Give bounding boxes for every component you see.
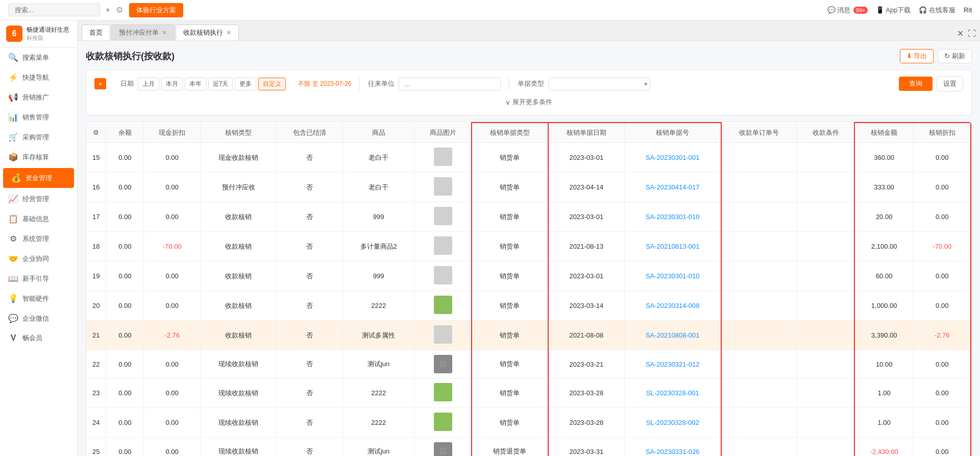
date-btn-this-year[interactable]: 本年: [185, 78, 206, 90]
date-btn-custom[interactable]: 自定义: [258, 78, 286, 90]
row-goods-img: [414, 173, 472, 202]
date-btn-last-month[interactable]: 上月: [138, 78, 159, 90]
row-verify-no[interactable]: SA-20230414-017: [624, 173, 721, 202]
verify-no-link[interactable]: SL-20230328-002: [646, 419, 699, 426]
sidebar-item-finance[interactable]: 💰 资金管理: [3, 168, 74, 188]
party-label: 往来单位: [368, 79, 395, 88]
sidebar-item-label: 销售管理: [22, 113, 49, 122]
tab-prepay-close[interactable]: ✕: [162, 29, 167, 36]
sidebar-item-enterprise[interactable]: 🤝 企业协同: [0, 249, 77, 269]
close-window-button[interactable]: ✕: [957, 29, 964, 38]
row-verify-no[interactable]: SA-20210813-001: [624, 232, 721, 261]
sidebar-item-purchase[interactable]: 🛒 采购管理: [0, 127, 77, 147]
app-download[interactable]: 📱 App下载: [876, 6, 911, 15]
sidebar-item-label: 库存核算: [22, 153, 49, 162]
verify-no-link[interactable]: SA-20230414-017: [646, 183, 700, 191]
row-verify-no[interactable]: SL-20230328-002: [624, 408, 721, 438]
sidebar-item-sales[interactable]: 📊 销售管理: [0, 107, 77, 127]
user-name[interactable]: Rit: [964, 6, 972, 14]
row-balance: 0.00: [106, 261, 144, 291]
product-thumbnail: [434, 296, 452, 314]
voucher-type-filter: 单据类型 ▾: [518, 78, 648, 90]
wechat-icon: 💬: [8, 314, 18, 323]
sidebar-item-basic[interactable]: 📋 基础信息: [0, 209, 77, 229]
verify-no-link[interactable]: SA-20230301-010: [646, 213, 700, 221]
search-input[interactable]: [8, 4, 100, 16]
row-verify-amount: 360.00: [854, 143, 914, 173]
sidebar-item-marketing[interactable]: 📢 营销推广: [0, 87, 77, 107]
sidebar-item-operation[interactable]: 📈 经营管理: [0, 189, 77, 209]
row-verify-no[interactable]: SA-20230301-010: [624, 202, 721, 232]
row-goods: 多计量商品2: [342, 232, 414, 261]
sidebar-item-hardware[interactable]: 💡 智能硬件: [0, 289, 77, 308]
expand-icon: ∨: [505, 99, 510, 106]
tab-prepay[interactable]: 预付冲应付单 ✕: [111, 25, 175, 40]
sidebar-item-guide[interactable]: 📖 新手引导: [0, 269, 77, 289]
tab-home[interactable]: 首页: [82, 25, 110, 40]
sidebar-item-label: 系统管理: [22, 234, 49, 244]
row-goods-img: [414, 143, 472, 173]
message-area[interactable]: 💬 消息 99+: [827, 6, 868, 15]
row-include-settled: 否: [277, 232, 343, 261]
row-verify-type: 现续收款核销: [201, 350, 277, 378]
sidebar-item-vip[interactable]: V 畅会员: [0, 328, 77, 348]
th-settings[interactable]: ⚙: [86, 123, 106, 143]
sidebar-item-quick[interactable]: ⚡ 快捷导航: [0, 67, 77, 87]
expand-button[interactable]: ∨ 展开更多条件: [505, 95, 552, 109]
verify-no-link[interactable]: SA-20210813-001: [646, 243, 700, 250]
row-id: 17: [86, 202, 106, 232]
party-input[interactable]: [399, 78, 501, 90]
row-verify-date: 2023-04-14: [548, 173, 624, 202]
row-verify-no[interactable]: SA-20230331-026: [624, 438, 721, 457]
export-button[interactable]: ⬇ 导出: [900, 49, 934, 63]
online-service[interactable]: 🎧 在线客服: [919, 6, 955, 15]
trial-button[interactable]: 体验行业方案: [129, 3, 183, 17]
settings-button[interactable]: 设置: [937, 76, 963, 91]
row-verify-amount: 3,390.00: [854, 321, 914, 350]
product-thumbnail: 🖼: [434, 442, 452, 456]
tab-verify-close[interactable]: ✕: [226, 29, 231, 36]
row-verify-no[interactable]: SA-20210808-001: [624, 321, 721, 350]
maximize-button[interactable]: ⛶: [968, 29, 976, 38]
verify-no-link[interactable]: SA-20230331-026: [646, 448, 700, 455]
row-verify-no[interactable]: SA-20230321-012: [624, 350, 721, 378]
tab-verify[interactable]: 收款核销执行 ✕: [176, 25, 239, 40]
th-receipt-condition: 收款条件: [797, 123, 854, 143]
sidebar-item-wechat[interactable]: 💬 企业微信: [0, 308, 77, 328]
row-verify-discount: 0.00: [914, 350, 971, 378]
system-icon: ⚙: [8, 234, 18, 244]
row-verify-no[interactable]: SL-20230328-001: [624, 378, 721, 408]
sidebar-item-label: 企业协同: [22, 254, 49, 263]
enterprise-icon: 🤝: [8, 254, 18, 263]
verify-no-link[interactable]: SA-20230314-008: [646, 302, 700, 309]
gear-icon[interactable]: ⚙: [116, 5, 123, 15]
date-btn-7days[interactable]: 近7天: [208, 78, 233, 90]
row-cash-discount: 0.00: [144, 202, 201, 232]
message-badge: 99+: [853, 7, 868, 14]
query-button[interactable]: 查询: [899, 77, 933, 91]
collapse-button[interactable]: »: [94, 78, 106, 89]
th-cash-discount: 现金折扣: [144, 123, 201, 143]
verify-no-link[interactable]: SA-20210808-001: [646, 331, 700, 339]
date-btn-this-month[interactable]: 本月: [161, 78, 183, 90]
row-receipt-order-no: [721, 350, 797, 378]
dropdown-icon[interactable]: ▾: [106, 6, 110, 14]
app-icon: 📱: [876, 6, 884, 14]
voucher-type-input[interactable]: [548, 78, 650, 90]
row-verify-no[interactable]: SA-20230314-008: [624, 291, 721, 321]
row-verify-no[interactable]: SA-20230301-010: [624, 261, 721, 291]
sidebar-item-inventory[interactable]: 📦 库存核算: [0, 147, 77, 167]
sidebar-item-search[interactable]: 🔍 搜索菜单: [0, 47, 77, 67]
date-btn-more[interactable]: 更多: [235, 78, 256, 90]
verify-no-link[interactable]: SA-20230321-012: [646, 361, 700, 368]
row-balance: 0.00: [106, 232, 144, 261]
table-row: 220.000.00现续收款核销否测试jun🖼销货单2023-03-21SA-2…: [86, 350, 971, 378]
verify-no-link[interactable]: SA-20230301-001: [646, 154, 700, 161]
verify-no-link[interactable]: SA-20230301-010: [646, 272, 700, 280]
verify-no-link[interactable]: SL-20230328-001: [646, 389, 699, 397]
sidebar-item-system[interactable]: ⚙ 系统管理: [0, 229, 77, 249]
row-verify-no[interactable]: SA-20230301-001: [624, 143, 721, 173]
message-icon: 💬: [827, 6, 836, 14]
refresh-button[interactable]: ↻ 刷新: [938, 49, 972, 63]
product-thumbnail: 🖼: [434, 355, 452, 373]
